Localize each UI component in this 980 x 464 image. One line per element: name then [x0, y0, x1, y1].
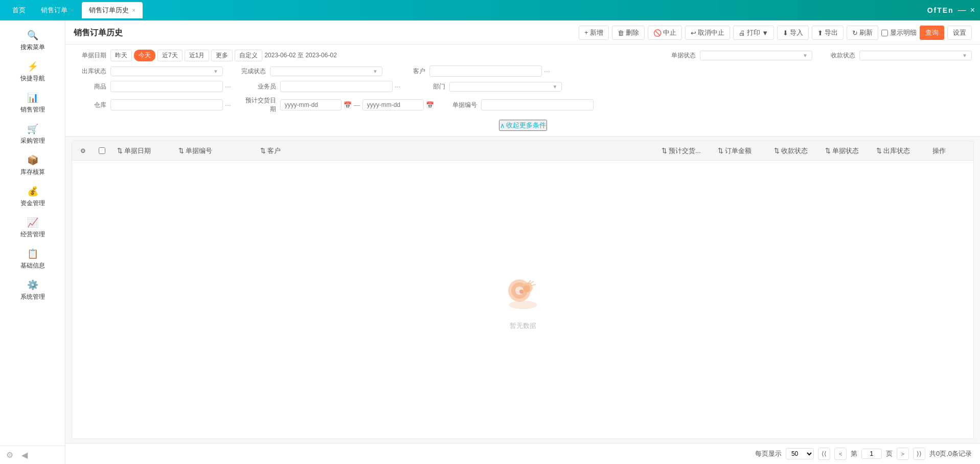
- stop-btn[interactable]: 🚫 中止: [648, 26, 682, 40]
- order-status-select[interactable]: ▼: [700, 51, 812, 60]
- salesman-input[interactable]: [280, 81, 393, 92]
- sidebar-item-base-info[interactable]: 📋 基础信息: [0, 243, 65, 274]
- th-customer[interactable]: ⇅ 客户: [256, 146, 657, 156]
- print-icon: 🖨: [739, 29, 745, 37]
- tab-home[interactable]: 首页: [5, 2, 33, 18]
- th-actions: 操作: [928, 146, 969, 156]
- date-btn-custom[interactable]: 自定义: [235, 50, 262, 61]
- tab-sales-order-close[interactable]: ×: [71, 7, 74, 13]
- stop-icon: 🚫: [653, 29, 662, 37]
- tab-sales-order-history-close[interactable]: ×: [132, 7, 135, 13]
- settings-bottom-icon[interactable]: ⚙: [6, 450, 13, 460]
- th-settings[interactable]: ⚙: [76, 147, 95, 154]
- out-status-select[interactable]: ▼: [110, 67, 223, 76]
- window-min-btn[interactable]: —: [958, 6, 966, 15]
- warehouse-dots-btn[interactable]: ···: [223, 101, 233, 109]
- collapse-sidebar-icon[interactable]: ◀: [21, 450, 28, 460]
- tab-sales-order-history[interactable]: 销售订单历史 ×: [82, 2, 142, 18]
- th-no-label: 单据编号: [186, 146, 212, 156]
- dept-filter-label: 部门: [413, 82, 449, 91]
- th-out-status[interactable]: ⇅ 出库状态: [872, 146, 928, 156]
- order-no-input[interactable]: [481, 99, 594, 111]
- dept-select[interactable]: ▼: [449, 82, 562, 92]
- new-btn[interactable]: + 新增: [579, 26, 609, 40]
- sidebar-item-quick-nav[interactable]: ⚡ 快捷导航: [0, 56, 65, 87]
- export-btn-label: 导出: [825, 28, 838, 37]
- sidebar-item-finance-label: 资金管理: [20, 199, 45, 208]
- display-detail-input[interactable]: [881, 30, 888, 36]
- delete-btn[interactable]: 🗑 删除: [612, 26, 645, 40]
- import-btn[interactable]: ⬇ 导入: [777, 26, 809, 40]
- collapse-row: ∧ 收起更多条件: [74, 118, 972, 131]
- th-delivery[interactable]: ⇅ 预计交货...: [657, 146, 714, 156]
- empty-state: 暂无数据: [500, 269, 546, 330]
- page-suffix: 页: [886, 449, 893, 458]
- th-amount-label: 订单金额: [725, 146, 751, 156]
- svg-point-0: [509, 301, 537, 309]
- order-status-filter-label: 单据状态: [663, 51, 700, 60]
- sidebar-item-inventory-label: 库存核算: [20, 168, 45, 176]
- date-btn-yesterday[interactable]: 昨天: [110, 50, 132, 61]
- page-input[interactable]: [861, 449, 882, 459]
- next-page-btn[interactable]: ＞: [897, 448, 909, 460]
- delete-icon: 🗑: [618, 29, 624, 37]
- sidebar-item-search-menu[interactable]: 🔍 搜索菜单: [0, 25, 65, 56]
- cancel-stop-btn[interactable]: ↩ 取消中止: [685, 26, 730, 40]
- th-date[interactable]: ⇅ 单据日期: [113, 146, 174, 156]
- export-btn[interactable]: ⬆ 导出: [812, 26, 844, 40]
- sidebar-item-operation-label: 经营管理: [20, 230, 45, 239]
- tab-bar: 首页 销售订单 × 销售订单历史 ×: [5, 2, 927, 18]
- delivery-date-end-cal-icon[interactable]: 📅: [426, 101, 434, 109]
- delivery-date-start-cal-icon[interactable]: 📅: [344, 101, 352, 109]
- table-area: ⚙ ⇅ 单据日期 ⇅ 单据编号 ⇅ 客户 ⇅ 预计交货.: [72, 141, 974, 439]
- th-check[interactable]: [95, 147, 113, 154]
- sidebar-item-sales[interactable]: 📊 销售管理: [0, 87, 65, 118]
- last-page-btn[interactable]: ⟩⟩: [913, 448, 925, 460]
- complete-status-select[interactable]: ▼: [270, 67, 382, 76]
- th-order-status[interactable]: ⇅ 单据状态: [821, 146, 872, 156]
- th-out-status-label: 出库状态: [883, 146, 910, 156]
- sidebar-item-operation[interactable]: 📈 经营管理: [0, 212, 65, 243]
- prev-page-btn[interactable]: ＜: [834, 448, 847, 460]
- customer-dots-btn[interactable]: ···: [542, 67, 552, 75]
- tab-sales-order[interactable]: 销售订单 ×: [34, 2, 81, 18]
- delivery-date-start-input[interactable]: [280, 99, 341, 111]
- sidebar-item-purchase[interactable]: 🛒 采购管理: [0, 118, 65, 149]
- refresh-icon: ↻: [852, 29, 858, 37]
- date-btn-today[interactable]: 今天: [134, 50, 155, 61]
- page-size-select[interactable]: 50 10 20 100: [786, 448, 814, 459]
- print-chevron-icon: ▼: [762, 29, 768, 37]
- page-header: 销售订单历史 + 新增 🗑 删除 🚫 中止 ↩ 取消中止 �: [65, 20, 980, 45]
- window-close-btn[interactable]: ×: [970, 6, 975, 15]
- out-status-chevron-icon: ▼: [213, 69, 218, 74]
- delivery-date-end-input[interactable]: [362, 99, 424, 111]
- order-no-filter-label: 单据编号: [444, 101, 481, 109]
- query-btn[interactable]: 查询: [920, 26, 944, 40]
- date-btn-7days[interactable]: 近7天: [157, 50, 183, 61]
- th-customer-sort-icon: ⇅: [260, 147, 266, 154]
- stop-btn-label: 中止: [663, 28, 676, 37]
- pay-status-select[interactable]: ▼: [859, 51, 972, 60]
- date-btn-more[interactable]: 更多: [211, 50, 233, 61]
- warehouse-input[interactable]: [110, 99, 223, 111]
- th-amount[interactable]: ⇅ 订单金额: [714, 146, 770, 156]
- date-btn-1month[interactable]: 近1月: [185, 50, 210, 61]
- sidebar-item-inventory[interactable]: 📦 库存核算: [0, 149, 65, 181]
- print-btn[interactable]: 🖨 打印 ▼: [733, 26, 774, 40]
- first-page-btn[interactable]: ⟨⟨: [818, 448, 830, 460]
- th-pay-status[interactable]: ⇅ 收款状态: [770, 146, 821, 156]
- customer-input[interactable]: [429, 65, 542, 77]
- goods-input[interactable]: [110, 81, 223, 92]
- refresh-btn[interactable]: ↻ 刷新: [847, 26, 878, 40]
- collapse-btn[interactable]: ∧ 收起更多条件: [499, 120, 547, 131]
- settings-btn[interactable]: 设置: [947, 26, 972, 40]
- th-no[interactable]: ⇅ 单据编号: [174, 146, 256, 156]
- sidebar-item-finance[interactable]: 💰 资金管理: [0, 181, 65, 212]
- th-select-all[interactable]: [99, 147, 105, 154]
- sidebar-item-system[interactable]: ⚙️ 系统管理: [0, 274, 65, 305]
- goods-dots-btn[interactable]: ···: [223, 82, 233, 91]
- salesman-dots-btn[interactable]: ···: [393, 82, 403, 91]
- inventory-icon: 📦: [27, 154, 38, 166]
- empty-text: 暂无数据: [510, 321, 536, 330]
- display-detail-checkbox[interactable]: 显示明细: [881, 28, 917, 37]
